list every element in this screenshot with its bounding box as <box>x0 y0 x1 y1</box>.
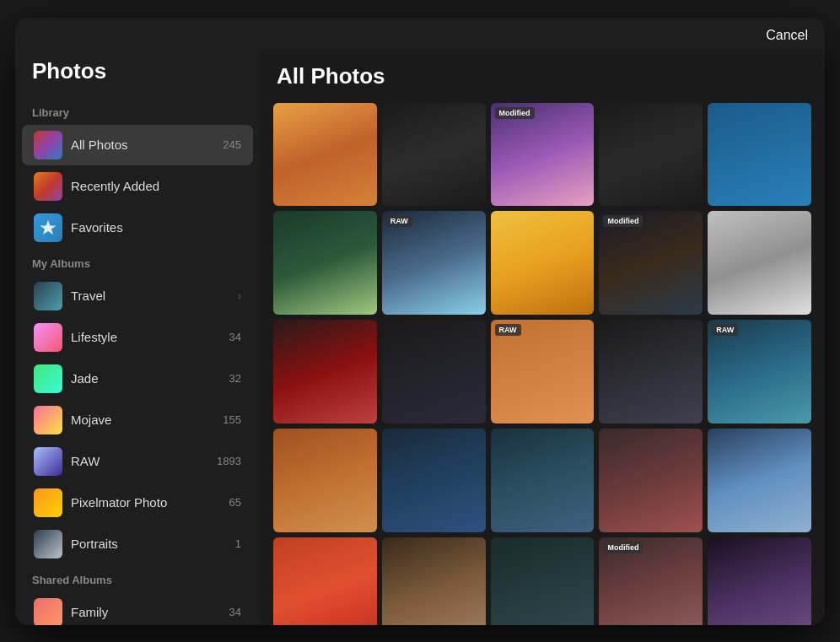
sidebar-item-raw[interactable]: RAW 1893 <box>22 441 253 482</box>
portraits-label: Portraits <box>71 537 230 551</box>
photo-inner-19 <box>599 429 703 532</box>
photo-cell-9[interactable]: Modified <box>599 211 703 315</box>
photo-inner-6 <box>273 211 377 315</box>
photo-inner-11 <box>273 320 377 424</box>
sidebar-item-all-photos[interactable]: All Photos 245 <box>22 125 253 165</box>
sidebar-item-recently-added[interactable]: Recently Added <box>22 166 253 207</box>
photo-cell-2[interactable] <box>382 103 486 207</box>
lifestyle-label: Lifestyle <box>71 330 224 344</box>
photo-inner-2 <box>382 103 486 207</box>
photo-cell-20[interactable] <box>708 429 811 532</box>
portraits-badge: 1 <box>235 537 241 550</box>
photo-inner-16 <box>273 429 377 532</box>
app-title: Photos <box>15 50 260 98</box>
portraits-thumb <box>34 530 62 558</box>
photo-inner-8 <box>491 211 595 315</box>
photo-cell-18[interactable] <box>491 429 595 532</box>
raw-thumb <box>34 447 62 476</box>
photo-cell-16[interactable] <box>273 429 377 532</box>
jade-label: Jade <box>71 371 224 386</box>
family-badge: 34 <box>229 606 241 618</box>
photo-cell-12[interactable] <box>382 320 486 424</box>
travel-thumb <box>34 282 62 310</box>
photo-inner-12 <box>382 320 486 424</box>
sidebar-item-travel[interactable]: Travel › <box>22 276 253 316</box>
photo-cell-23[interactable] <box>491 537 595 625</box>
my-albums-section-header: My Albums <box>15 249 260 275</box>
sidebar-item-mojave[interactable]: Mojave 155 <box>22 400 253 440</box>
family-label: Family <box>71 605 224 619</box>
mojave-thumb <box>34 406 62 434</box>
sidebar: Photos Library All Photos 245 Recently A… <box>15 50 260 625</box>
photo-cell-11[interactable] <box>273 320 377 424</box>
sidebar-item-family[interactable]: Family 34 <box>22 592 253 625</box>
family-thumb <box>34 598 62 625</box>
photo-badge-9: Modified <box>603 215 643 227</box>
photo-area: All Photos ModifiedRAWModifiedRAWRAWModi… <box>260 50 825 625</box>
photo-inner-1 <box>273 103 377 207</box>
photo-area-title: All Photos <box>273 63 811 103</box>
photo-cell-6[interactable] <box>273 211 377 315</box>
all-photos-label: All Photos <box>71 138 218 152</box>
sidebar-item-favorites[interactable]: Favorites <box>22 208 253 248</box>
title-bar: Cancel <box>15 18 825 50</box>
photo-inner-22 <box>382 537 486 625</box>
photo-inner-25 <box>708 537 811 625</box>
recently-added-thumb <box>34 172 62 201</box>
photo-cell-7[interactable]: RAW <box>382 211 486 315</box>
photo-cell-21[interactable] <box>273 537 377 625</box>
photo-inner-20 <box>708 429 811 532</box>
library-section-header: Library <box>15 98 260 124</box>
photo-cell-15[interactable]: RAW <box>708 320 811 424</box>
photo-inner-18 <box>491 429 595 532</box>
photo-inner-10 <box>708 211 811 315</box>
photo-cell-10[interactable] <box>708 211 811 315</box>
shared-albums-section-header: Shared Albums <box>15 565 260 591</box>
main-content: Photos Library All Photos 245 Recently A… <box>15 50 825 625</box>
photo-inner-5 <box>708 103 811 207</box>
photo-cell-13[interactable]: RAW <box>491 320 595 424</box>
photo-badge-7: RAW <box>386 215 412 227</box>
photo-cell-5[interactable] <box>708 103 811 207</box>
sidebar-item-lifestyle[interactable]: Lifestyle 34 <box>22 317 253 358</box>
lifestyle-badge: 34 <box>229 331 241 343</box>
all-photos-badge: 245 <box>223 138 241 151</box>
app-window: Cancel Photos Library All Photos 245 Rec… <box>15 18 825 625</box>
jade-badge: 32 <box>229 372 241 385</box>
sidebar-item-jade[interactable]: Jade 32 <box>22 359 253 399</box>
photo-inner-17 <box>382 429 486 532</box>
raw-badge: 1893 <box>217 455 241 467</box>
recently-added-label: Recently Added <box>71 179 241 193</box>
photo-inner-23 <box>491 537 595 625</box>
photo-cell-14[interactable] <box>599 320 703 424</box>
photo-badge-3: Modified <box>495 107 535 119</box>
photo-cell-17[interactable] <box>382 429 486 532</box>
photo-cell-22[interactable] <box>382 537 486 625</box>
pixelmator-label: Pixelmator Photo <box>71 495 224 510</box>
raw-label: RAW <box>71 454 212 468</box>
photo-cell-25[interactable] <box>708 537 811 625</box>
photo-badge-13: RAW <box>495 324 521 336</box>
travel-chevron: › <box>238 289 241 302</box>
jade-thumb <box>34 364 62 393</box>
photo-cell-4[interactable] <box>599 103 703 207</box>
favorites-label: Favorites <box>71 220 241 235</box>
travel-label: Travel <box>71 289 238 303</box>
photo-cell-8[interactable] <box>491 211 595 315</box>
all-photos-thumb <box>34 131 62 159</box>
lifestyle-thumb <box>34 323 62 352</box>
photo-inner-14 <box>599 320 703 424</box>
svg-marker-0 <box>40 220 57 235</box>
cancel-button[interactable]: Cancel <box>766 28 808 43</box>
sidebar-item-portraits[interactable]: Portraits 1 <box>22 524 253 564</box>
photo-cell-19[interactable] <box>599 429 703 532</box>
sidebar-item-pixelmator[interactable]: Pixelmator Photo 65 <box>22 483 253 523</box>
pixelmator-badge: 65 <box>229 496 241 509</box>
favorites-thumb <box>34 213 62 242</box>
photo-cell-3[interactable]: Modified <box>491 103 595 207</box>
photo-inner-4 <box>599 103 703 207</box>
mojave-label: Mojave <box>71 413 218 427</box>
photo-cell-24[interactable]: Modified <box>599 537 703 625</box>
photo-cell-1[interactable] <box>273 103 377 207</box>
photo-badge-15: RAW <box>712 324 738 336</box>
